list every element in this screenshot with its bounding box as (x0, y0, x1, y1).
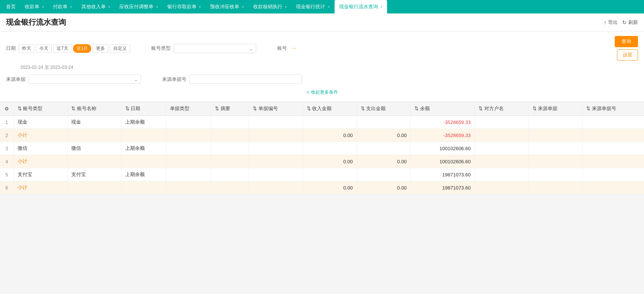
export-button[interactable]: ↑ 导出 (604, 19, 618, 26)
account-no-label: 账号 (277, 45, 287, 52)
cell-income: 0.00 (303, 129, 357, 142)
gear-icon: ⚙ (5, 106, 9, 112)
table-row[interactable]: 1 现金 现金 上期余额 -3528659.33 (0, 116, 644, 129)
table-row[interactable]: 6 小计 0.00 0.00 19871073.60 (0, 181, 644, 194)
source-doc-no-label: 来源单据号 (162, 76, 186, 83)
close-icon[interactable]: × (42, 4, 44, 9)
date-btn-today[interactable]: 今天 (36, 44, 52, 53)
col-doc-no[interactable]: ⇅ 单据编号 (249, 102, 303, 116)
cell-income: 0.00 (303, 181, 357, 194)
cell-balance: 19871073.60 (411, 181, 475, 194)
cell-counterpart (474, 129, 528, 142)
cell-row-num: 1 (0, 116, 14, 129)
cell-expense (357, 142, 411, 155)
account-type-select[interactable] (174, 44, 256, 53)
cell-summary (211, 181, 249, 194)
col-date[interactable]: ⇅ 日期 (121, 102, 166, 116)
cell-balance: -3528659.33 (411, 116, 475, 129)
nav-bank-deposit[interactable]: 银行存取款单 × (163, 0, 206, 13)
close-icon[interactable]: × (108, 4, 110, 9)
col-account-type[interactable]: ⇅ 账号类型 (14, 102, 68, 116)
account-no-filter-group: 账号 ··· (277, 45, 298, 52)
action-buttons: 查询 设置 (615, 36, 638, 61)
table-row[interactable]: 3 微信 微信 上期余额 100102606.60 (0, 142, 644, 155)
date-btn-custom[interactable]: 自定义 (110, 44, 130, 53)
nav-other-income[interactable]: 其他收入单 × (77, 0, 115, 13)
cell-source-doc-no (582, 181, 644, 194)
nav-payments[interactable]: 付款单 × (48, 0, 77, 13)
col-doc-type[interactable]: 单据类型 (166, 102, 211, 116)
nav-advance-offset[interactable]: 预收冲应收单 × (206, 0, 248, 13)
table-row[interactable]: 4 小计 0.00 0.00 100102606.60 (0, 155, 644, 168)
close-icon[interactable]: × (156, 4, 158, 9)
page-title: 现金银行流水查询 (6, 17, 66, 27)
table-row[interactable]: 2 小计 0.00 0.00 -3528659.33 (0, 129, 644, 142)
col-expense[interactable]: ⇅ 支出金额 (357, 102, 411, 116)
collapse-bar[interactable]: ∧ 收起更多条件 (6, 88, 638, 97)
filter-row-2: 来源单据 来源单据号 (6, 75, 638, 84)
cell-doc-type (166, 155, 211, 168)
page-header: 现金银行流水查询 ↑ 导出 ↻ 刷新 (0, 13, 644, 31)
col-source-doc-no[interactable]: ⇅ 来源单据号 (582, 102, 644, 116)
cell-counterpart (474, 142, 528, 155)
cell-date: 上期余额 (121, 116, 166, 129)
settings-button[interactable]: 设置 (617, 49, 638, 61)
date-btn-7days[interactable]: 近7天 (53, 44, 72, 53)
cell-expense: 0.00 (357, 181, 411, 194)
close-icon[interactable]: × (380, 4, 383, 9)
col-source-doc[interactable]: ⇅ 来源单据 (528, 102, 582, 116)
date-label: 日期 (6, 45, 16, 52)
close-icon[interactable]: × (70, 4, 72, 9)
nav-cash-bank-stats[interactable]: 现金银行统计 × (291, 0, 334, 13)
source-doc-no-input[interactable] (189, 75, 302, 84)
cell-source-doc-no (582, 142, 644, 155)
col-account-name[interactable]: ⇅ 账号名称 (68, 102, 122, 116)
cell-account-name (68, 129, 122, 142)
refresh-button[interactable]: ↻ 刷新 (622, 19, 638, 26)
cell-doc-type (166, 129, 211, 142)
nav-collection-exec[interactable]: 收款核销执行 × (249, 0, 291, 13)
refresh-icon: ↻ (622, 19, 627, 25)
col-gear[interactable]: ⚙ (0, 102, 14, 116)
cell-source-doc-no (582, 168, 644, 181)
nav-ar-ap-adjust[interactable]: 应收应付调整单 × (115, 0, 162, 13)
close-icon[interactable]: × (199, 4, 201, 9)
cell-doc-no (249, 155, 303, 168)
table-row[interactable]: 5 支付宝 支付宝 上期余额 19871073.60 (0, 168, 644, 181)
source-doc-filter-group: 来源单据 (6, 75, 141, 84)
cell-counterpart (474, 116, 528, 129)
cell-source-doc (528, 116, 582, 129)
cell-income (303, 116, 357, 129)
cell-balance: 100102606.60 (411, 142, 475, 155)
date-btn-yesterday[interactable]: 昨天 (19, 44, 35, 53)
col-counterpart[interactable]: ⇅ 对方户名 (474, 102, 528, 116)
cell-doc-type (166, 142, 211, 155)
query-button[interactable]: 查询 (615, 36, 638, 47)
col-balance[interactable]: ⇅ 余额 (411, 102, 475, 116)
cell-income (303, 168, 357, 181)
nav-receipts[interactable]: 收款单 × (20, 0, 48, 13)
col-summary[interactable]: ⇅ 摘要 (211, 102, 249, 116)
nav-cash-bank-flow[interactable]: 现金银行流水查询 × (335, 0, 387, 13)
close-icon[interactable]: × (242, 4, 244, 9)
nav-home[interactable]: 首页 (2, 0, 20, 13)
close-icon[interactable]: × (285, 4, 287, 9)
close-icon[interactable]: × (327, 4, 330, 9)
cell-source-doc (528, 155, 582, 168)
source-doc-select[interactable] (29, 75, 141, 84)
col-income[interactable]: ⇅ 收入金额 (303, 102, 357, 116)
cell-account-type: 支付宝 (14, 168, 68, 181)
account-no-dots-btn[interactable]: ··· (290, 45, 298, 52)
cell-account-name: 现金 (68, 116, 122, 129)
date-btn-more[interactable]: 更多 (93, 44, 108, 53)
cell-row-num: 2 (0, 129, 14, 142)
date-range-display: 2023-02-24 至 2023-03-24 (19, 64, 638, 71)
table-container: ⚙ ⇅ 账号类型 ⇅ 账号名称 ⇅ 日期 单据类型 ⇅ (0, 102, 644, 194)
header-actions: ↑ 导出 ↻ 刷新 (604, 19, 638, 26)
cell-row-num: 6 (0, 181, 14, 194)
cell-account-type: 微信 (14, 142, 68, 155)
cell-doc-type (166, 116, 211, 129)
cell-counterpart (474, 155, 528, 168)
date-btn-1month[interactable]: 近1月 (73, 44, 92, 53)
cell-account-name: 支付宝 (68, 168, 122, 181)
